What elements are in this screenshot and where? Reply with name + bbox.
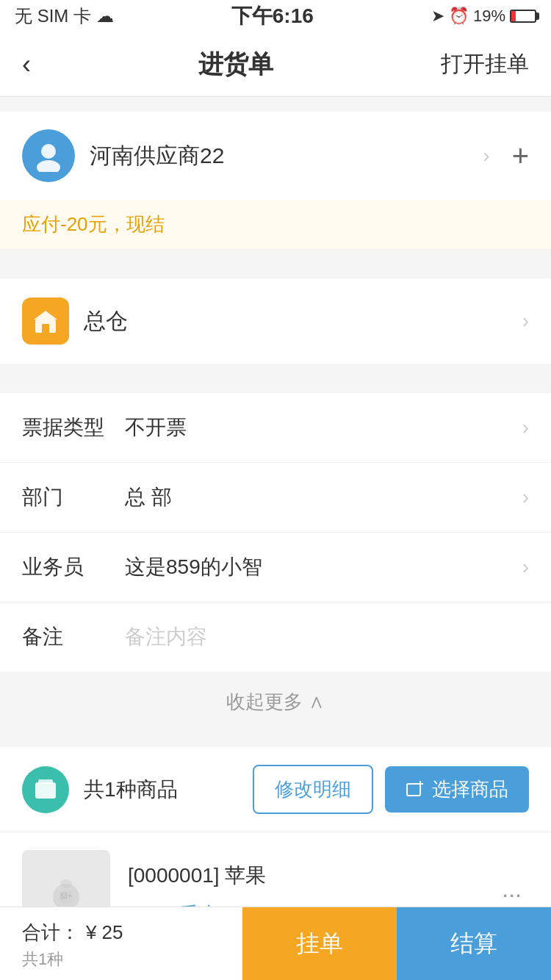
select-product-button[interactable]: 选择商品 xyxy=(385,766,529,813)
checkout-button[interactable]: 结算 xyxy=(397,907,551,981)
bottom-total: 合计： ¥ 25 共1种 xyxy=(0,918,242,970)
remark-row[interactable]: 备注 备注内容 xyxy=(0,602,551,671)
svg-rect-6 xyxy=(38,779,53,784)
product-name: [0000001] 苹果 xyxy=(128,862,494,890)
add-supplier-button[interactable]: + xyxy=(512,140,529,173)
back-button[interactable]: ‹ xyxy=(22,49,31,80)
dept-row[interactable]: 部门 总 部 › xyxy=(0,463,551,533)
battery-text: 19% xyxy=(473,7,505,26)
supplier-notice: 应付-20元，现结 xyxy=(0,200,551,249)
supplier-chevron-icon: › xyxy=(483,144,489,167)
location-icon: ➤ xyxy=(431,7,444,26)
sales-row[interactable]: 业务员 这是859的小智 › xyxy=(0,533,551,602)
svg-point-1 xyxy=(37,160,60,172)
select-product-label: 选择商品 xyxy=(432,777,508,802)
status-time: 下午6:16 xyxy=(231,2,314,30)
status-left: 无 SIM 卡 ☁ xyxy=(15,4,114,28)
open-suspend-button[interactable]: 打开挂单 xyxy=(441,49,529,79)
invoice-label: 票据类型 xyxy=(22,414,110,442)
warehouse-section: 总仓 › xyxy=(0,278,551,364)
remark-input[interactable]: 备注内容 xyxy=(110,623,529,651)
bottom-bar: 合计： ¥ 25 共1种 挂单 结算 xyxy=(0,907,551,980)
suspend-button[interactable]: 挂单 xyxy=(242,907,397,981)
divider-2 xyxy=(0,364,551,378)
signal-text: 无 SIM 卡 ☁ xyxy=(15,4,114,28)
top-divider xyxy=(0,97,551,112)
nav-bar: ‹ 进货单 打开挂单 xyxy=(0,32,551,97)
supplier-name: 河南供应商22 xyxy=(90,141,483,171)
sales-value: 这是859的小智 xyxy=(110,553,522,581)
warehouse-icon xyxy=(22,298,69,345)
collapse-bar[interactable]: 收起更多 ∧ xyxy=(0,671,551,732)
product-section-icon xyxy=(22,766,69,813)
svg-point-11 xyxy=(60,879,72,888)
dept-chevron-icon: › xyxy=(522,486,529,509)
warehouse-name: 总仓 xyxy=(84,306,522,336)
divider-3 xyxy=(0,732,551,747)
total-value: ¥ 25 xyxy=(86,921,123,943)
status-bar: 无 SIM 卡 ☁ 下午6:16 ➤ ⏰ 19% xyxy=(0,0,551,32)
warehouse-row[interactable]: 总仓 › xyxy=(0,278,551,364)
dept-value: 总 部 xyxy=(110,483,522,511)
total-amount: 合计： ¥ 25 xyxy=(22,918,220,945)
sales-label: 业务员 xyxy=(22,553,110,581)
supplier-section: 河南供应商22 › + 应付-20元，现结 xyxy=(0,112,551,249)
warehouse-chevron-icon: › xyxy=(522,309,529,333)
status-right: ➤ ⏰ 19% xyxy=(431,7,536,26)
sales-chevron-icon: › xyxy=(522,555,529,579)
invoice-row[interactable]: 票据类型 不开票 › xyxy=(0,393,551,463)
edit-detail-button[interactable]: 修改明细 xyxy=(253,765,373,814)
svg-marker-3 xyxy=(34,311,57,320)
divider-1 xyxy=(0,249,551,264)
battery-icon xyxy=(510,10,536,23)
supplier-avatar xyxy=(22,129,75,182)
svg-rect-4 xyxy=(42,324,49,333)
svg-point-0 xyxy=(41,144,56,159)
alarm-icon: ⏰ xyxy=(449,7,469,26)
svg-text:囧+: 囧+ xyxy=(60,892,72,900)
supplier-row[interactable]: 河南供应商22 › + xyxy=(0,112,551,200)
total-label: 合计： xyxy=(22,921,79,943)
remark-label: 备注 xyxy=(22,623,110,651)
svg-rect-5 xyxy=(35,782,56,799)
product-header: 共1种商品 修改明细 选择商品 xyxy=(0,747,551,832)
invoice-value: 不开票 xyxy=(110,414,522,442)
page-title: 进货单 xyxy=(198,48,273,82)
product-count: 共1种商品 xyxy=(84,776,253,804)
svg-rect-7 xyxy=(407,784,420,796)
dept-label: 部门 xyxy=(22,483,110,511)
product-code: [0000001] xyxy=(128,864,220,887)
form-section: 票据类型 不开票 › 部门 总 部 › 业务员 这是859的小智 › 备注 备注… xyxy=(0,393,551,671)
invoice-chevron-icon: › xyxy=(522,416,529,439)
total-count: 共1种 xyxy=(22,948,220,970)
product-title: 苹果 xyxy=(225,864,266,887)
